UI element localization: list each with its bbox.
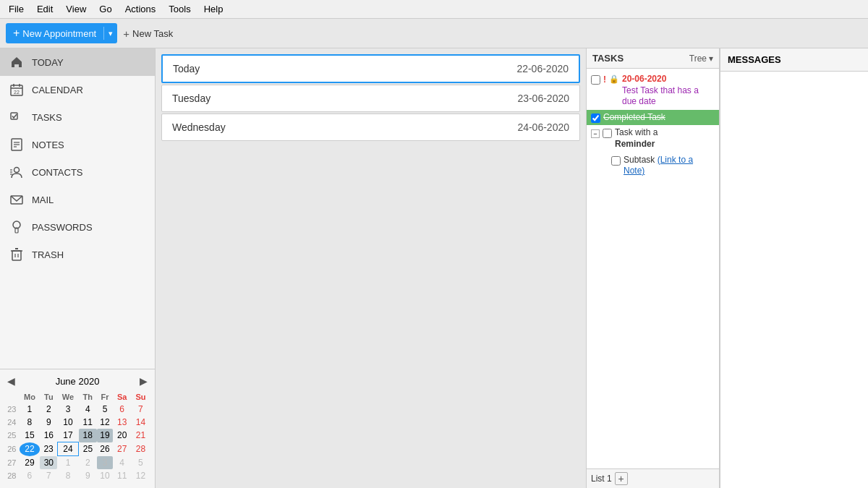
content-area: Today 22-06-2020 Tuesday 23-06-2020 Wedn…: [156, 48, 586, 488]
task-checkbox-subtask[interactable]: [611, 156, 621, 166]
calendar-day[interactable]: 11: [113, 469, 131, 482]
day-date-today: 22-06-2020: [516, 63, 569, 74]
svg-text:22: 22: [14, 90, 20, 95]
task-label-subtask: Subtask (Link to a Note): [624, 155, 715, 177]
new-task-label: New Task: [132, 28, 173, 39]
sidebar-label-tasks: TASKS: [32, 112, 62, 123]
collapse-button[interactable]: −: [591, 129, 600, 138]
calendar-day[interactable]: 22: [20, 442, 41, 456]
task-priority-icon: !: [603, 74, 606, 85]
calendar-day[interactable]: 20: [113, 429, 131, 442]
calendar-day[interactable]: 7: [131, 403, 150, 416]
calendar-day[interactable]: 28: [131, 442, 150, 456]
calendar-day[interactable]: 14: [131, 416, 150, 429]
calendar-day[interactable]: 21: [131, 429, 150, 442]
calendar-day[interactable]: 12: [131, 469, 150, 482]
calendar-day[interactable]: 10: [97, 469, 113, 482]
calendar-day[interactable]: 29: [20, 456, 41, 470]
day-row-today[interactable]: Today 22-06-2020: [161, 54, 580, 83]
calendar-day[interactable]: 15: [20, 429, 41, 442]
calendar-day[interactable]: 3: [97, 456, 113, 470]
messages-panel: MESSAGES: [720, 48, 868, 488]
calendar-day[interactable]: 4: [113, 456, 131, 470]
subtask-link[interactable]: (Link to a Note): [624, 155, 693, 176]
calendar-day[interactable]: 2: [40, 403, 57, 416]
mini-calendar: ◀ June 2020 ▶ Mo Tu We Th Fr Sa Su: [0, 369, 155, 488]
calendar-day[interactable]: 25: [79, 442, 97, 456]
new-task-button[interactable]: + New Task: [123, 27, 173, 40]
sidebar-item-today[interactable]: TODAY: [0, 48, 155, 76]
calendar-day[interactable]: 11: [79, 416, 97, 429]
calendar-day[interactable]: 3: [57, 403, 78, 416]
calendar-day[interactable]: 5: [97, 403, 113, 416]
calendar-prev-button[interactable]: ◀: [4, 375, 18, 387]
tasks-title: TASKS: [592, 53, 624, 64]
calendar-day[interactable]: 8: [57, 469, 78, 482]
sidebar-item-mail[interactable]: MAIL: [0, 186, 155, 213]
task-checkbox-overdue[interactable]: [591, 75, 600, 85]
tasks-view-button[interactable]: Tree ▾: [689, 53, 713, 64]
calendar-day[interactable]: 26: [97, 442, 113, 456]
calendar-day[interactable]: 19: [97, 429, 113, 442]
tasks-body: ! 🔒 20-06-2020 Test Task that has a due …: [587, 69, 719, 468]
calendar-day[interactable]: 27: [113, 442, 131, 456]
calendar-day[interactable]: 9: [40, 416, 57, 429]
calendar-day[interactable]: 9: [79, 469, 97, 482]
sidebar-item-contacts[interactable]: CONTACTS: [0, 158, 155, 186]
calendar-day[interactable]: 1: [20, 403, 41, 416]
calendar-day[interactable]: 12: [97, 416, 113, 429]
tasks-add-list-button[interactable]: +: [615, 472, 628, 485]
new-appointment-dropdown[interactable]: ▾: [104, 29, 117, 38]
menu-view[interactable]: View: [60, 1, 92, 17]
new-appointment-label: +New Appointment: [6, 27, 104, 40]
calendar-day[interactable]: 4: [79, 403, 97, 416]
task-item-subtask: Subtask (Link to a Note): [607, 153, 719, 179]
calendar-day[interactable]: 10: [57, 416, 78, 429]
week-number: 24: [4, 416, 20, 429]
calendar-day[interactable]: 13: [113, 416, 131, 429]
calendar-day[interactable]: 6: [20, 469, 41, 482]
calendar-day[interactable]: 16: [40, 429, 57, 442]
menu-tools[interactable]: Tools: [163, 1, 196, 17]
messages-header: MESSAGES: [720, 48, 868, 72]
sidebar-item-trash[interactable]: TRASH: [0, 241, 155, 268]
menu-file[interactable]: File: [3, 1, 30, 17]
day-row-tuesday[interactable]: Tuesday 23-06-2020: [161, 85, 580, 112]
calendar-day[interactable]: 24: [57, 442, 78, 456]
day-name-wednesday: Wednesday: [172, 121, 226, 133]
day-row-wednesday[interactable]: Wednesday 24-06-2020: [161, 114, 580, 141]
calendar-day[interactable]: 5: [131, 456, 150, 470]
new-appointment-button[interactable]: +New Appointment ▾: [6, 23, 117, 43]
sidebar-label-passwords: PASSWORDS: [32, 222, 93, 233]
menu-help[interactable]: Help: [198, 1, 229, 17]
weekday-we: We: [57, 391, 78, 403]
calendar-day[interactable]: 18: [79, 429, 97, 442]
menu-go[interactable]: Go: [93, 1, 117, 17]
calendar-day[interactable]: 1: [57, 456, 78, 470]
task-checkbox-reminder[interactable]: [603, 129, 612, 138]
calendar-day[interactable]: 30: [40, 456, 57, 470]
calendar-day[interactable]: 2: [79, 456, 97, 470]
calendar-next-button[interactable]: ▶: [137, 375, 150, 387]
sidebar-label-contacts: CONTACTS: [32, 167, 83, 178]
sidebar-item-passwords[interactable]: PASSWORDS: [0, 213, 155, 241]
calendar-day[interactable]: 7: [40, 469, 57, 482]
contacts-icon: [9, 164, 25, 180]
tasks-list-label: List 1: [591, 474, 612, 484]
calendar-day[interactable]: 23: [40, 442, 57, 456]
sidebar-label-mail: MAIL: [32, 194, 54, 205]
menu-bar: File Edit View Go Actions Tools Help: [0, 0, 868, 19]
menu-actions[interactable]: Actions: [119, 1, 162, 17]
sidebar-item-tasks[interactable]: TASKS: [0, 103, 155, 131]
sidebar-item-notes[interactable]: NOTES: [0, 131, 155, 158]
weekday-su: Su: [131, 391, 150, 403]
calendar-day[interactable]: 17: [57, 429, 78, 442]
tasks-panel: TASKS Tree ▾ ! 🔒 20-06-2020 Test Task th…: [586, 48, 720, 488]
day-name-today: Today: [173, 63, 200, 74]
menu-edit[interactable]: Edit: [31, 1, 59, 17]
day-name-tuesday: Tuesday: [172, 93, 210, 104]
sidebar-item-calendar[interactable]: 22 CALENDAR: [0, 76, 155, 103]
task-checkbox-completed[interactable]: [591, 114, 600, 123]
calendar-day[interactable]: 6: [113, 403, 131, 416]
calendar-day[interactable]: 8: [20, 416, 41, 429]
